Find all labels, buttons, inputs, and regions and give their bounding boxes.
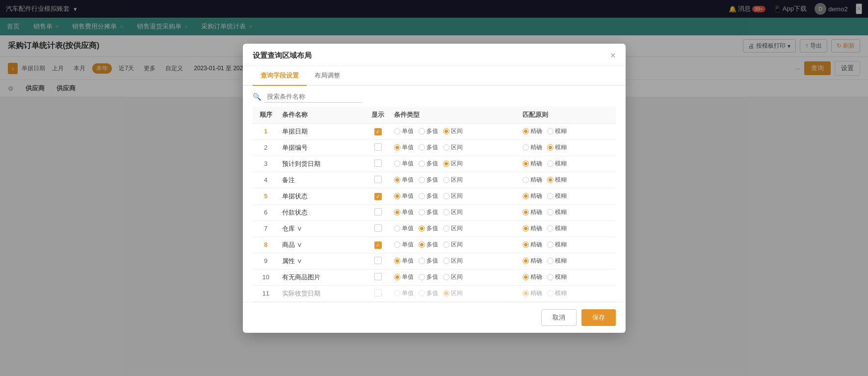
tab-layout-adjustment[interactable]: 布局调整: [307, 66, 348, 86]
tab-layout-label: 布局调整: [315, 72, 340, 79]
dialog-search-area: 🔍: [243, 86, 626, 98]
dialog-header: 设置查询区域布局 ×: [243, 44, 626, 66]
dialog-title: 设置查询区域布局: [253, 51, 312, 60]
search-input[interactable]: [264, 91, 362, 98]
dialog-tab-bar: 查询字段设置 布局调整: [243, 66, 626, 86]
tab-query-field-settings[interactable]: 查询字段设置: [253, 66, 307, 86]
settings-dialog: 设置查询区域布局 × 查询字段设置 布局调整 🔍 顺序 条件名称: [243, 44, 626, 98]
dialog-close-button[interactable]: ×: [610, 51, 616, 61]
modal-overlay: 设置查询区域布局 × 查询字段设置 布局调整 🔍 顺序 条件名称: [0, 0, 868, 97]
tab-query-field-label: 查询字段设置: [261, 72, 299, 79]
search-icon: 🔍: [253, 93, 261, 98]
